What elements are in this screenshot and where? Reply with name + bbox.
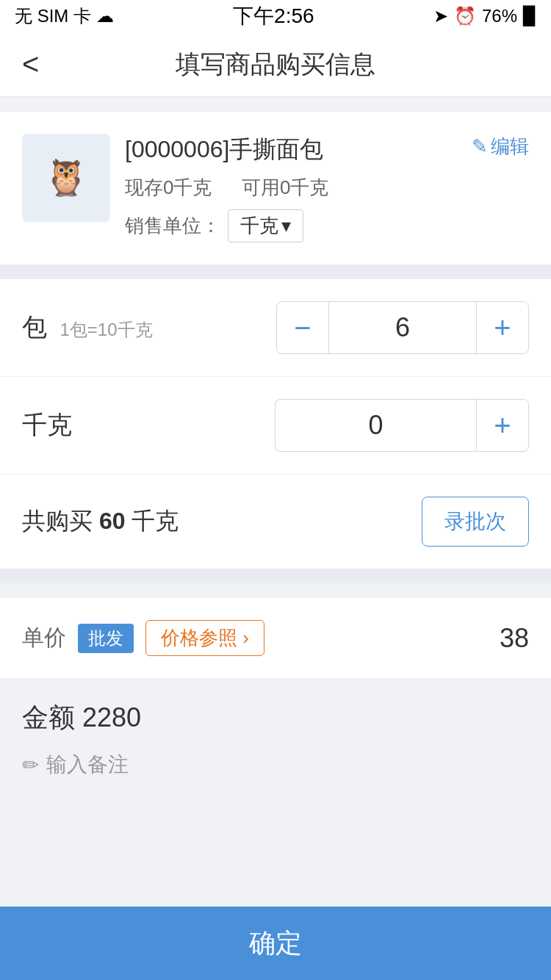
time-label: 下午2:56 [233, 2, 314, 30]
unit-chevron-icon: ▾ [281, 215, 291, 237]
package-plus-button[interactable]: + [476, 301, 529, 354]
kg-qty-control: + [275, 399, 529, 452]
amount-row: 金额 2280 [22, 700, 529, 736]
amount-section: 金额 2280 ✏ 输入备注 [0, 678, 551, 801]
total-unit-label: 千克 [132, 508, 179, 534]
product-name: [0000006]手撕面包 [125, 134, 529, 166]
total-row: 共购买 60 千克 录批次 [0, 475, 551, 569]
amount-number: 2280 [82, 702, 141, 732]
total-label: 共购买 [22, 508, 93, 534]
battery-label: 76% [482, 6, 517, 26]
price-tag: 批发 [78, 624, 134, 653]
product-image: 🦉 [22, 134, 110, 222]
nav-bar: < 填写商品购买信息 [0, 32, 551, 97]
amount-label: 金额 [22, 702, 75, 732]
package-hint: 1包=10千克 [60, 320, 152, 339]
input-section: 包 1包=10千克 − + 千克 + [0, 279, 551, 475]
package-qty-control: − + [276, 301, 529, 354]
product-logo: 🦉 [44, 157, 88, 198]
package-label: 包 1包=10千克 [22, 311, 262, 345]
product-stock: 现存0千克 可用0千克 [125, 175, 529, 201]
status-right: ➤ ⏰ 76% ▉ [433, 6, 536, 26]
edit-icon: ✎ [472, 135, 488, 158]
edit-label: 编辑 [491, 134, 529, 159]
price-label: 单价 [22, 623, 66, 653]
kg-row: 千克 + [0, 377, 551, 475]
total-text: 共购买 60 千克 [22, 505, 179, 538]
price-section: 单价 批发 价格参照 › 38 [0, 598, 551, 678]
note-icon: ✏ [22, 753, 39, 777]
location-icon: ➤ [433, 6, 448, 26]
page-title: 填写商品购买信息 [176, 48, 375, 82]
kg-plus-button[interactable]: + [476, 399, 529, 452]
edit-button[interactable]: ✎ 编辑 [472, 134, 529, 159]
price-value: 38 [500, 623, 529, 654]
package-minus-button[interactable]: − [276, 301, 329, 354]
product-card: 🦉 [0000006]手撕面包 现存0千克 可用0千克 销售单位： 千克 ▾ ✎… [0, 112, 551, 264]
price-ref-button[interactable]: 价格参照 › [145, 620, 264, 656]
product-info: [0000006]手撕面包 现存0千克 可用0千克 销售单位： 千克 ▾ [125, 134, 529, 242]
total-amount-value: 60 [99, 508, 126, 534]
back-button[interactable]: < [22, 48, 39, 81]
batch-button[interactable]: 录批次 [422, 497, 529, 547]
available-value: 可用0千克 [242, 176, 328, 198]
kg-qty-input[interactable] [275, 399, 476, 452]
unit-value: 千克 [240, 213, 278, 239]
sim-label: 无 SIM 卡 ☁ [15, 4, 114, 28]
status-left: 无 SIM 卡 ☁ [15, 4, 114, 28]
confirm-button[interactable]: 确定 [0, 907, 551, 980]
product-unit: 销售单位： 千克 ▾ [125, 209, 529, 242]
kg-label: 千克 [22, 408, 260, 442]
package-qty-input[interactable] [329, 301, 476, 354]
unit-label: 销售单位： [125, 213, 220, 239]
divider-2 [0, 569, 551, 583]
note-label: 输入备注 [46, 751, 129, 779]
alarm-icon: ⏰ [454, 6, 476, 26]
available-label [217, 176, 237, 198]
note-row[interactable]: ✏ 输入备注 [22, 751, 529, 779]
stock-label: 现存0千克 [125, 176, 212, 198]
divider-1 [0, 264, 551, 279]
unit-select[interactable]: 千克 ▾ [228, 209, 303, 242]
status-bar: 无 SIM 卡 ☁ 下午2:56 ➤ ⏰ 76% ▉ [0, 0, 551, 32]
battery-icon: ▉ [523, 6, 536, 26]
package-row: 包 1包=10千克 − + [0, 279, 551, 377]
